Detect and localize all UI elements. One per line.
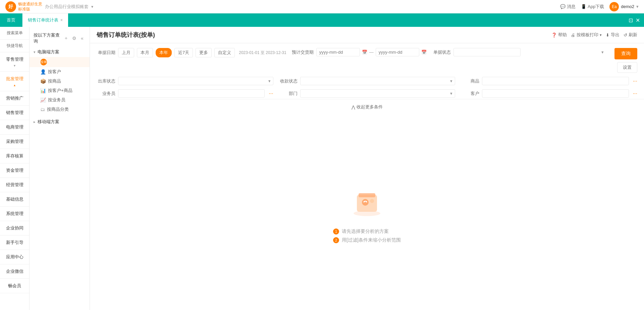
customer-more-icon[interactable]: ··· — [633, 91, 637, 97]
customer-input[interactable] — [482, 89, 629, 98]
topbar-app-title: 办公用品行业模拟账套 — [45, 4, 89, 10]
goods-more-icon[interactable]: ··· — [633, 78, 637, 84]
date-this-year-btn[interactable]: 本年 — [156, 48, 172, 57]
sidebar-quick-nav[interactable]: 快捷导航 — [0, 40, 29, 52]
department-label: 部门 — [279, 91, 298, 97]
tab-sales-order-stats[interactable]: 销售订单统计表 × — [22, 13, 68, 27]
svg-point-3 — [362, 199, 369, 206]
salesperson-filter-group: 业务员 ··· — [97, 89, 273, 98]
help-button[interactable]: ❓ 帮助 — [551, 32, 567, 38]
tree-mobile-section[interactable]: ▸ 移动端方案 — [30, 117, 90, 127]
left-panel: 按以下方案查询 ＋ ⚙ « ▾ 电脑端方案 按单 👤 按客户 📦 按商品 📊 按… — [30, 27, 90, 310]
sidebar-item-system[interactable]: 系统管理 — [0, 207, 29, 221]
tab-home[interactable]: 首页 — [0, 13, 22, 27]
refresh-button[interactable]: ↺ 刷新 — [624, 32, 637, 38]
topbar: 好 畅捷通好生意 标准版 办公用品行业模拟账套 ▾ 💬 消息 📱 App下载 E… — [0, 0, 644, 13]
filter-actions: 查询 设置 — [612, 48, 637, 73]
export-button[interactable]: ⬇ 导出 — [606, 32, 620, 38]
empty-tips: 1 请先选择要分析的方案 2 用[过滤]条件来缩小分析范围 — [333, 228, 401, 243]
empty-tip-1: 1 请先选择要分析的方案 — [333, 228, 401, 235]
sidebar-item-inventory[interactable]: 库存核算 — [0, 149, 29, 163]
sidebar-item-member[interactable]: 畅会员 — [0, 279, 29, 293]
message-button[interactable]: 💬 消息 — [560, 4, 576, 10]
sidebar-item-marketing[interactable]: 营销推广 — [0, 91, 29, 106]
refresh-icon: ↺ — [624, 33, 627, 38]
ship-status-select[interactable] — [118, 77, 273, 85]
payment-status-select[interactable] — [300, 77, 455, 85]
calendar-end-icon[interactable]: 📅 — [421, 50, 427, 55]
collapse-panel-button[interactable]: « — [79, 35, 86, 42]
print-dropdown-icon[interactable]: ▾ — [600, 33, 602, 37]
dropdown-icon[interactable]: ▾ — [91, 4, 93, 9]
date-this-month-btn[interactable]: 本月 — [137, 48, 153, 57]
scheme-by-goods[interactable]: 📦 按商品 — [30, 76, 90, 86]
filter-rows: 单据日期 上月 本月 本年 近7天 更多 自定义 2023-01-01 至 20… — [90, 43, 644, 98]
sidebar-item-sales[interactable]: 销售管理 — [0, 106, 29, 120]
sidebar-item-operations[interactable]: 经营管理 — [0, 178, 29, 192]
salesperson-label: 业务员 — [97, 91, 115, 97]
department-select[interactable] — [300, 89, 455, 98]
settings-button[interactable]: 设置 — [617, 62, 637, 73]
sidebar-item-finance[interactable]: 资金管理 — [0, 163, 29, 178]
tree-mobile-expand-icon: ▸ — [34, 120, 36, 124]
window-close-icon[interactable]: ✕ — [636, 17, 640, 23]
expected-date-start-input[interactable] — [316, 48, 360, 56]
goods-label: 商品 — [461, 78, 479, 84]
expected-date-label: 预计交货期 — [292, 49, 314, 55]
sidebar-item-ecommerce[interactable]: 电商管理 — [0, 120, 29, 135]
tab-close-icon[interactable]: × — [60, 18, 63, 22]
customer-filter-group: 客户 ··· — [461, 89, 637, 98]
expected-date-group: 预计交货期 📅 — 📅 — [292, 48, 427, 56]
status-select[interactable] — [453, 48, 521, 56]
salesperson-more-icon[interactable]: ··· — [269, 91, 273, 97]
expected-date-end-input[interactable] — [376, 48, 419, 56]
page-header: 销售订单统计表(按单) ❓ 帮助 🖨 按模板打印 ▾ ⬇ 导出 ↺ 刷新 — [90, 27, 644, 43]
logo-area: 好 畅捷通好生意 标准版 — [5, 1, 42, 12]
user-menu[interactable]: Ea demo2 ▾ — [609, 2, 639, 11]
date-more-btn[interactable]: 更多 — [196, 48, 212, 57]
filter-row-3: 业务员 ··· 部门 客户 — [97, 89, 637, 98]
sidebar-item-purchase[interactable]: 采购管理 — [0, 135, 29, 149]
topbar-right: 💬 消息 📱 App下载 Ea demo2 ▾ — [560, 2, 639, 11]
date-prev-month-btn[interactable]: 上月 — [118, 48, 134, 57]
sidebar-item-newbie[interactable]: 新手引导 — [0, 236, 29, 250]
date-custom-btn[interactable]: 自定义 — [214, 48, 235, 57]
scheme-by-order[interactable]: 按单 — [30, 57, 90, 67]
salesperson-input[interactable] — [118, 89, 265, 98]
sidebar-item-enterprise[interactable]: 企业协同 — [0, 221, 29, 236]
add-scheme-button[interactable]: ＋ — [63, 35, 69, 42]
salesperson-icon: 📈 — [40, 97, 46, 103]
sidebar-search-menu[interactable]: 搜索菜单 — [0, 27, 29, 40]
sidebar-item-wholesale[interactable]: 批发管理 ▴ — [0, 72, 29, 91]
edit-scheme-button[interactable]: ⚙ — [71, 35, 77, 42]
window-restore-icon[interactable]: ⊡ — [629, 17, 633, 23]
panel-title: 按以下方案查询 — [34, 32, 60, 44]
payment-status-group: 收款状态 — [279, 77, 455, 85]
page-actions: ❓ 帮助 🖨 按模板打印 ▾ ⬇ 导出 ↺ 刷新 — [551, 32, 637, 38]
scheme-by-customer[interactable]: 👤 按客户 — [30, 67, 90, 76]
calendar-start-icon[interactable]: 📅 — [362, 50, 367, 55]
topbar-left: 好 畅捷通好生意 标准版 办公用品行业模拟账套 ▾ — [5, 1, 93, 12]
status-select-wrapper — [453, 48, 606, 56]
goods-input[interactable] — [482, 77, 629, 85]
tree-desktop-section[interactable]: ▾ 电脑端方案 — [30, 47, 90, 57]
scheme-by-category[interactable]: 🗂 按商品分类 — [30, 105, 90, 114]
date-7days-btn[interactable]: 近7天 — [174, 48, 193, 57]
payment-status-select-wrapper — [300, 77, 455, 85]
tabbar: 首页 销售订单统计表 × ⊡ ✕ — [0, 13, 644, 27]
scheme-by-salesperson[interactable]: 📈 按业务员 — [30, 95, 90, 105]
logo-icon: 好 — [5, 1, 16, 12]
query-button[interactable]: 查询 — [614, 48, 637, 59]
scheme-by-customer-goods[interactable]: 📊 按客户+商品 — [30, 86, 90, 95]
svg-point-4 — [370, 199, 374, 203]
sidebar-item-apps[interactable]: 应用中心 — [0, 250, 29, 264]
sidebar-item-basics[interactable]: 基础信息 — [0, 192, 29, 207]
sidebar-item-wechat[interactable]: 企业微信 — [0, 264, 29, 279]
app-download-button[interactable]: 📱 App下载 — [581, 4, 604, 10]
ship-status-select-wrapper — [118, 77, 273, 85]
app-icon: 📱 — [581, 4, 586, 9]
collapse-button[interactable]: ⋀ 收起更多条件 — [352, 102, 383, 112]
print-button[interactable]: 🖨 按模板打印 ▾ — [571, 32, 602, 38]
sidebar-item-retail[interactable]: 零售管理 ▾ — [0, 52, 29, 72]
print-icon: 🖨 — [571, 33, 575, 38]
